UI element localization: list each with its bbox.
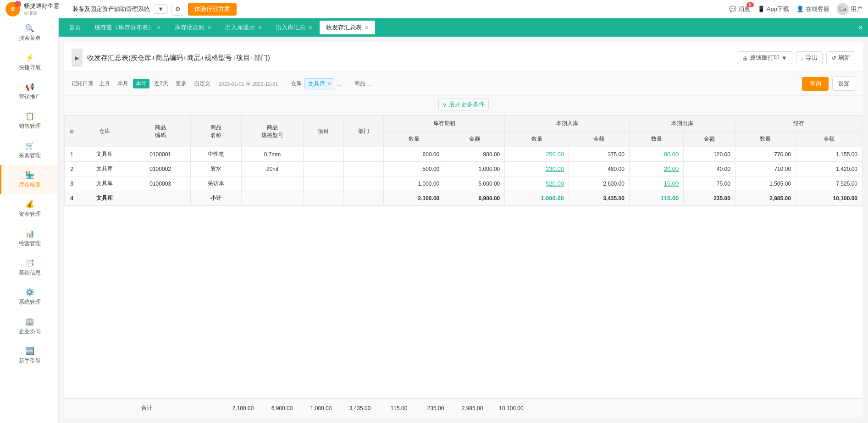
- expand-conditions-button[interactable]: ∨ 展开更多条件: [438, 99, 489, 110]
- cell-open-qty: 600.00: [384, 147, 444, 162]
- service-icon: 👤: [796, 5, 804, 12]
- cell-name: 中性笔: [191, 147, 242, 162]
- cell-out-qty: 15.00: [629, 176, 683, 191]
- sidebar-item-finance[interactable]: 💰 资金管理: [0, 194, 58, 224]
- date-btn-7days[interactable]: 近7天: [151, 79, 171, 88]
- query-button[interactable]: 查询: [802, 77, 829, 91]
- close-all-tabs-button[interactable]: ✕: [858, 24, 863, 31]
- tab-flow-close[interactable]: ✕: [258, 25, 262, 31]
- cell-num: 2: [65, 162, 79, 176]
- cell-bal-qty: 710.00: [735, 162, 796, 176]
- cell-out-amt: 235.00: [684, 191, 735, 206]
- tab-batch[interactable]: 库存批次账 ✕: [168, 21, 218, 34]
- out-qty-link[interactable]: 20.00: [664, 165, 679, 172]
- refresh-icon: ↺: [831, 55, 836, 61]
- settings-gear-button[interactable]: ⚙: [171, 3, 184, 16]
- col-header-code: 商品编码: [130, 116, 191, 147]
- expand-conditions-bar: ∨ 展开更多条件: [64, 96, 862, 115]
- user-label: 用户: [851, 5, 862, 13]
- tab-batch-close[interactable]: ✕: [207, 25, 211, 31]
- sidebar-item-basic[interactable]: 📑 基础信息: [0, 253, 58, 282]
- app-logo: 6: [6, 2, 20, 16]
- sidebar-label-purchase: 采购管理: [19, 152, 41, 159]
- online-service-button[interactable]: 👤 在线客服: [796, 5, 829, 13]
- col-header-dept: 部门: [343, 116, 384, 147]
- sidebar-item-operation[interactable]: 📊 经营管理: [0, 224, 58, 253]
- cell-in-qty: 520.00: [505, 176, 569, 191]
- goods-more-button[interactable]: ...: [368, 81, 373, 87]
- sidebar-item-quick[interactable]: ⚡ 快捷导航: [0, 48, 58, 77]
- sidebar-item-search[interactable]: 🔍 搜索菜单: [0, 18, 58, 48]
- in-qty-link[interactable]: 250.00: [546, 151, 564, 158]
- col-header-settings[interactable]: ⚙: [65, 116, 79, 147]
- cell-project: [303, 162, 343, 176]
- sidebar-item-purchase[interactable]: 🛒 采购管理: [0, 136, 58, 165]
- out-qty-link[interactable]: 15.00: [664, 180, 679, 187]
- main-layout: 🔍 搜索菜单 ⚡ 快捷导航 📢 营销推广 📋 销售管理 🛒 采购管理 🏪 库存核…: [0, 18, 868, 423]
- col-header-in-amt: 金额: [569, 132, 629, 147]
- page-title: 收发存汇总表(按仓库+商品编码+商品+规格型号+项目+部门): [87, 54, 270, 62]
- cell-name: 小计: [191, 191, 242, 206]
- date-btn-this-month[interactable]: 本月: [115, 79, 131, 88]
- sidebar-item-enterprise[interactable]: 🏢 企业协同: [0, 312, 58, 341]
- date-btn-last-month[interactable]: 上月: [96, 79, 113, 88]
- try-button[interactable]: 体验行业方案: [188, 3, 237, 16]
- tab-stock-dist-close[interactable]: ✕: [157, 25, 161, 31]
- tab-flow[interactable]: 出入库流水 ✕: [219, 21, 268, 34]
- cell-code: 0100001: [130, 147, 191, 162]
- sidebar-label-finance: 资金管理: [19, 210, 41, 218]
- footer-open-qty: 2,100.00: [225, 403, 261, 413]
- cell-out-amt: 75.00: [684, 176, 735, 191]
- page-header: ▶ 收发存汇总表(按仓库+商品编码+商品+规格型号+项目+部门) 🖨 拨钱版打印…: [64, 42, 862, 72]
- date-btn-more[interactable]: 更多: [173, 79, 189, 88]
- out-qty-link[interactable]: 115.00: [661, 195, 679, 202]
- warehouse-more-button[interactable]: ...: [337, 81, 342, 87]
- warehouse-filter-section: 仓库 文具库 ✕ ...: [291, 78, 342, 89]
- date-btn-custom[interactable]: 自定义: [191, 79, 213, 88]
- expand-conditions-label: 展开更多条件: [449, 100, 485, 109]
- footer-in-qty: 1,000.00: [303, 403, 339, 413]
- cell-out-amt: 40.00: [684, 162, 735, 176]
- in-qty-link[interactable]: 230.00: [546, 165, 564, 172]
- cell-project: [303, 147, 343, 162]
- out-qty-link[interactable]: 80.00: [664, 151, 679, 158]
- tab-stock-dist[interactable]: 现存量（库存分布表） ✕: [88, 21, 167, 34]
- tab-summary[interactable]: 出入库汇总 ✕: [269, 21, 319, 34]
- warehouse-tag-remove[interactable]: ✕: [327, 81, 331, 86]
- tab-recv-send-close[interactable]: ✕: [365, 25, 369, 31]
- cell-out-qty: 115.00: [629, 191, 683, 206]
- message-button[interactable]: 💬 消息 6: [729, 5, 750, 13]
- tab-summary-label: 出入库汇总: [276, 23, 305, 32]
- user-menu-button[interactable]: Ea 用户: [837, 3, 862, 15]
- cell-dept: [343, 191, 384, 206]
- cell-warehouse: 文具库: [79, 191, 130, 206]
- filter-settings-button[interactable]: 设置: [832, 77, 855, 91]
- in-qty-link[interactable]: 1,000.00: [541, 195, 564, 202]
- tab-recv-send[interactable]: 收发存汇总表 ✕: [320, 21, 375, 34]
- cell-bal-amt: 7,525.00: [796, 176, 862, 191]
- table-row: 3 文具库 0100003 采访本 1,000.00 5,000.00 520.…: [65, 176, 862, 191]
- tab-summary-close[interactable]: ✕: [308, 25, 312, 31]
- mobile-icon: 📱: [757, 5, 765, 12]
- print-button[interactable]: 🖨 拨钱版打印 ▼: [737, 51, 792, 64]
- tab-home[interactable]: 首页: [62, 21, 87, 34]
- date-btn-this-year[interactable]: 本年: [133, 79, 149, 88]
- in-qty-link[interactable]: 520.00: [546, 180, 564, 187]
- refresh-button[interactable]: ↺ 刷新: [826, 51, 855, 64]
- system-dropdown[interactable]: ▼: [154, 4, 168, 14]
- sidebar-item-inventory[interactable]: 🏪 库存核算: [0, 165, 58, 194]
- sidebar-item-marketing[interactable]: 📢 营销推广: [0, 77, 58, 106]
- tab-recv-send-label: 收发存汇总表: [326, 23, 362, 32]
- expand-toggle-button[interactable]: ▶: [72, 49, 83, 67]
- footer-label: 合计: [69, 402, 225, 414]
- sidebar-item-guide[interactable]: 🆕 新手引导: [0, 341, 58, 370]
- top-bar-left: 6 畅捷通好生意 标准版 装备及固定资产辅助管理系统 ▼ ⚙ 体验行业方案: [6, 2, 237, 16]
- cell-bal-qty: 1,505.00: [735, 176, 796, 191]
- sidebar-item-system[interactable]: ⚙️ 系统管理: [0, 282, 58, 312]
- app-download-button[interactable]: 📱 App下载: [757, 5, 789, 13]
- sidebar-item-sales[interactable]: 📋 销售管理: [0, 106, 58, 136]
- col-header-in: 本期入库: [505, 116, 630, 132]
- cell-in-amt: 375.00: [569, 147, 629, 162]
- export-button[interactable]: ↓ 导出: [796, 51, 823, 64]
- col-header-project: 项目: [303, 116, 343, 147]
